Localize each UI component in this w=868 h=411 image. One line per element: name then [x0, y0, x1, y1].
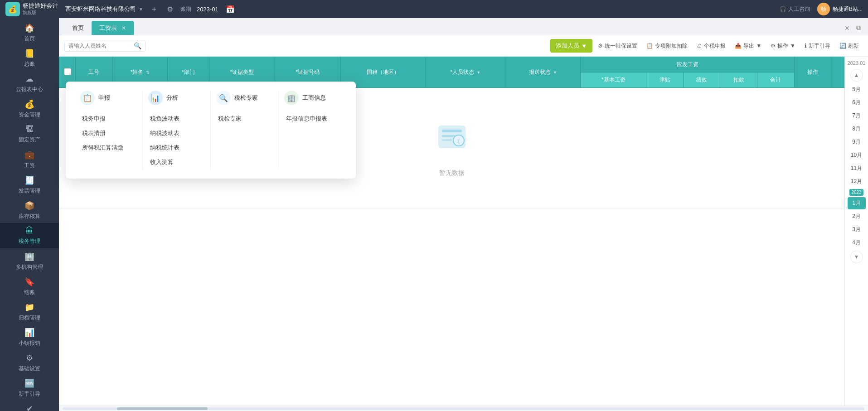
table-header-action: [831, 57, 844, 88]
sidebar-label-funds: 资金管理: [19, 111, 40, 119]
dropdown-item-income-tax-calc[interactable]: 所得税汇算清缴: [80, 140, 137, 155]
top-bar: 💰 畅捷通好会计 旗舰版 西安虾米网络科技有限公司 ▼ ＋ ⚙ 账期 2023-…: [0, 0, 868, 18]
refresh-button[interactable]: 🔄 刷新: [836, 40, 863, 52]
sidebar-item-member[interactable]: ✔ 畅会员: [0, 401, 59, 411]
svg-rect-1: [442, 130, 462, 132]
timeline-month-11[interactable]: 11月: [848, 162, 866, 174]
timeline-down-button[interactable]: ▼: [850, 251, 863, 263]
company-selector[interactable]: 西安虾米网络科技有限公司 ▼: [65, 5, 143, 13]
window-restore-button[interactable]: ⧉: [854, 23, 863, 33]
search-icon[interactable]: 🔍: [134, 42, 141, 49]
dropdown-item-tax-inspection[interactable]: 税检专家: [216, 111, 273, 126]
add-person-label: 添加人员: [556, 42, 579, 50]
operations-icon: ⚙: [771, 43, 776, 49]
user-name: 畅捷通B站...: [833, 5, 863, 13]
table-header-allowance: 津贴: [646, 73, 684, 88]
add-person-button[interactable]: 添加人员 ▼: [550, 39, 592, 53]
dropdown-col-analysis: 📊 分析 税负波动表 纳税波动表 纳税统计表 收入测算: [143, 91, 211, 169]
dropdown-item-tax-filing[interactable]: 税务申报: [80, 111, 137, 126]
social-insurance-button[interactable]: ⚙ 统一社保设置: [594, 40, 641, 52]
settings-button[interactable]: ⚙: [165, 3, 175, 15]
timeline-month-1[interactable]: 1月: [848, 197, 866, 209]
window-controls: ✕ ⧉: [843, 23, 863, 33]
sidebar-item-report[interactable]: 📊 小畅报销: [0, 324, 59, 350]
refresh-label: 刷新: [848, 42, 859, 50]
dropdown-item-income-calc[interactable]: 收入测算: [148, 155, 205, 169]
tab-salary-table[interactable]: 工资表 ✕: [92, 21, 134, 35]
sidebar-item-funds[interactable]: 💰 资金管理: [0, 96, 59, 121]
business-info-section-icon: 🏢: [284, 91, 299, 105]
dropdown-grid: 📋 申报 税务申报 税表清册 所得税汇算清缴 📊 分析 税负波动表 纳税波动表 …: [75, 91, 347, 169]
timeline-month-12[interactable]: 12月: [848, 175, 866, 188]
timeline-month-4[interactable]: 4月: [848, 237, 866, 249]
timeline-month-9[interactable]: 9月: [848, 136, 866, 148]
guide-button[interactable]: ℹ 新手引导: [801, 40, 834, 52]
sidebar-item-ledger[interactable]: 📒 总账: [0, 45, 59, 71]
dropdown-item-tax-stats[interactable]: 纳税统计表: [148, 140, 205, 155]
search-input[interactable]: [68, 43, 132, 49]
horizontal-scrollbar[interactable]: [59, 406, 868, 411]
timeline-month-3[interactable]: 3月: [848, 223, 866, 236]
timeline-month-2[interactable]: 2月: [848, 210, 866, 222]
timeline-up-button[interactable]: ▲: [850, 69, 863, 82]
inventory-icon: 📦: [24, 201, 34, 211]
dropdown-item-tax-fluctuation[interactable]: 税负波动表: [148, 111, 205, 126]
export-button[interactable]: 📤 导出 ▼: [731, 40, 765, 52]
sidebar-item-inventory[interactable]: 📦 库存核算: [0, 198, 59, 223]
tab-close-icon[interactable]: ✕: [121, 25, 126, 31]
service-button[interactable]: 🎧 人工咨询: [780, 5, 810, 13]
operations-button[interactable]: ⚙ 操作 ▼: [767, 40, 799, 52]
scroll-thumb[interactable]: [117, 407, 208, 410]
closing-icon: 🔖: [24, 277, 34, 287]
tax-dropdown-menu: 📋 申报 税务申报 税表清册 所得税汇算清缴 📊 分析 税负波动表 纳税波动表 …: [66, 82, 356, 179]
timeline-month-8[interactable]: 8月: [848, 123, 866, 135]
invoice-icon: 🧾: [24, 175, 34, 185]
timeline-month-6[interactable]: 6月: [848, 97, 866, 109]
logo-text: 畅捷通好会计: [23, 2, 58, 10]
sidebar-item-closing[interactable]: 🔖 结账: [0, 274, 59, 299]
sidebar-item-assets[interactable]: 🏗 固定资产: [0, 121, 59, 147]
sidebar-item-tax[interactable]: 🏛 税务管理: [0, 223, 59, 248]
content-area: 首页 工资表 ✕ ✕ ⧉ 🔍 添加人员 ▼: [59, 18, 868, 411]
sidebar-item-guide[interactable]: 🆕 新手引导: [0, 375, 59, 401]
sidebar-item-multi[interactable]: 🏢 多机构管理: [0, 248, 59, 274]
window-close-button[interactable]: ✕: [843, 24, 852, 33]
filter-report-status-icon[interactable]: ▼: [553, 70, 557, 75]
table-header-deduction: 扣款: [720, 73, 757, 88]
dropdown-section-header-tax-expert: 🔍 税检专家: [216, 91, 273, 105]
business-info-section-label: 工商信息: [302, 94, 326, 102]
sidebar-item-archive[interactable]: 📁 归档管理: [0, 299, 59, 324]
sidebar-item-settings[interactable]: ⚙ 基础设置: [0, 350, 59, 375]
search-wrapper: 🔍: [64, 40, 145, 52]
sidebar-item-invoice[interactable]: 🧾 发票管理: [0, 172, 59, 198]
sidebar-item-cloud[interactable]: ☁ 云报表中心: [0, 71, 59, 96]
timeline-month-5[interactable]: 5月: [848, 83, 866, 96]
dropdown-item-tax-table-clear[interactable]: 税表清册: [80, 126, 137, 140]
dropdown-item-tax-payment-fluctuation[interactable]: 纳税波动表: [148, 126, 205, 140]
timeline-month-10[interactable]: 10月: [848, 149, 866, 161]
add-company-button[interactable]: ＋: [149, 3, 160, 16]
filter-person-status-icon[interactable]: ▼: [476, 70, 480, 75]
select-all-checkbox[interactable]: [64, 68, 71, 75]
tax-expert-section-icon: 🔍: [216, 91, 231, 105]
logo-icon: 💰: [5, 2, 20, 16]
special-deduction-button[interactable]: 📋 专项附加扣除: [643, 40, 691, 52]
cloud-icon: ☁: [25, 74, 34, 84]
assets-icon: 🏗: [25, 125, 34, 134]
sidebar-label-assets: 固定资产: [19, 136, 40, 144]
timeline-month-7[interactable]: 7月: [848, 110, 866, 122]
tab-home[interactable]: 首页: [64, 21, 92, 35]
tax-declaration-icon: 🖨: [697, 43, 702, 49]
analysis-section-icon: 📊: [148, 91, 163, 105]
tax-declaration-button[interactable]: 🖨 个税申报: [693, 40, 729, 52]
multi-icon: 🏢: [24, 251, 34, 261]
calendar-icon[interactable]: 📅: [224, 3, 237, 15]
guide-icon: 🆕: [24, 378, 34, 388]
operations-label: 操作: [777, 42, 788, 50]
sidebar-item-salary[interactable]: 💼 工资: [0, 147, 59, 172]
dropdown-item-annual-report[interactable]: 年报信息申报表: [284, 111, 341, 126]
tab-bar: 首页 工资表 ✕ ✕ ⧉: [59, 18, 868, 35]
refresh-icon: 🔄: [839, 43, 846, 49]
user-area[interactable]: 畅 畅捷通B站...: [817, 3, 863, 15]
sidebar-item-home[interactable]: 🏠 首页: [0, 20, 59, 45]
